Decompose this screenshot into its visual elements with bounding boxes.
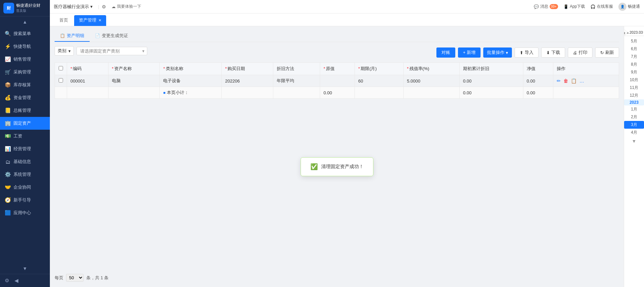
header-action: 操作 — [553, 63, 619, 75]
download-icon: 📱 — [563, 4, 569, 9]
sidebar-item-funds[interactable]: 💰 资金管理 — [0, 91, 50, 104]
month-3-active[interactable]: 3月 — [624, 121, 644, 129]
sidebar-item-guide[interactable]: 🧭 新手引导 — [0, 194, 50, 206]
export-button[interactable]: ⬆ 导入 — [515, 47, 539, 58]
collapse-icon[interactable]: ◀ — [14, 278, 19, 284]
new-button[interactable]: + 新增 — [458, 47, 481, 58]
header-net-value: 净值 — [523, 63, 553, 75]
category-filter[interactable]: 类别 ▾ — [55, 46, 74, 56]
subtab-asset-detail-label: 资产明细 — [67, 33, 84, 39]
settings-gear-icon[interactable]: ⚙ — [102, 4, 106, 9]
category-select-input[interactable] — [76, 47, 147, 55]
toolbar: 类别 ▾ ▾ 对账 + 新增 批量操作 — [55, 46, 619, 59]
sidebar-item-payroll[interactable]: 💵 工资 — [0, 130, 50, 142]
sidebar-item-label-enterprise: 企业协同 — [13, 184, 31, 190]
delete-icon[interactable]: 🗑 — [563, 78, 568, 84]
sidebar-item-operations[interactable]: 📊 经营管理 — [0, 142, 50, 155]
table-header-row: *编码 *资产名称 *类别名称 *购买日期 折旧方法 *原值 *期限(月) *残… — [55, 63, 619, 75]
batch-button[interactable]: 批量操作 ▾ — [483, 47, 512, 58]
payroll-icon: 💵 — [5, 133, 11, 139]
reconcile-button[interactable]: 对账 — [436, 47, 455, 58]
download-button[interactable]: ⬇ 下载 — [541, 47, 565, 58]
enterprise-icon: 🤝 — [5, 184, 11, 190]
app-name: 畅捷通好业财 — [16, 3, 40, 8]
tab-asset-management[interactable]: 资产管理 ✕ — [74, 15, 106, 26]
username: 畅捷通 — [628, 4, 640, 9]
more-icon[interactable]: … — [579, 78, 584, 84]
trial-banner[interactable]: ☁ 我要体验一下 — [112, 4, 141, 9]
message-button[interactable]: 💬 消息 99+ — [534, 4, 558, 9]
year-month-list: 5月 6月 7月 8月 9月 10月 11月 12月 2023 1月 2月 3月… — [624, 37, 644, 287]
sidebar-item-fixed-assets[interactable]: 🏢 固定资产 — [0, 117, 50, 130]
app-download-button[interactable]: 📱 App下载 — [563, 4, 585, 9]
sidebar-item-base-info[interactable]: 🗂 基础信息 — [0, 155, 50, 168]
month-8[interactable]: 8月 — [624, 61, 644, 68]
month-7[interactable]: 7月 — [624, 53, 644, 61]
per-page-select[interactable]: 50 10 20 100 — [66, 274, 84, 282]
copy-icon[interactable]: 📋 — [571, 78, 577, 84]
month-6[interactable]: 6月 — [624, 45, 644, 53]
trial-text: 我要体验一下 — [117, 4, 141, 9]
topbar: 医疗器械行业演示 ▾ | ⚙ ☁ 我要体验一下 💬 消息 99+ 📱 App下载… — [50, 0, 644, 13]
subtotal-row: ■ 本页小计： 0.00 0.00 0.00 — [55, 87, 619, 99]
month-10[interactable]: 10月 — [624, 76, 644, 84]
quick-nav-icon: ⚡ — [5, 43, 11, 50]
subtab-asset-detail[interactable]: 📋 资产明细 — [55, 30, 90, 42]
toast-message: 清理固定资产成功！ — [321, 164, 364, 170]
sidebar-item-label-guide: 新手引导 — [13, 197, 31, 203]
sidebar-item-inventory[interactable]: 📦 库存核算 — [0, 78, 50, 91]
sidebar-scroll-down[interactable]: ▼ — [21, 264, 29, 273]
online-service-label: 在线客服 — [597, 4, 613, 9]
sidebar-item-app-center[interactable]: 🟦 应用中心 — [0, 206, 50, 219]
table-row: 000001 电脑 电子设备 202206 年限平均 60 5.0000 0.0… — [55, 75, 619, 87]
subtab-voucher-generate[interactable]: 📄 变更生成凭证 — [90, 30, 133, 42]
month-1[interactable]: 1月 — [624, 105, 644, 113]
subtotal-empty — [67, 87, 109, 99]
sidebar-item-ledger[interactable]: 📒 总账管理 — [0, 104, 50, 117]
message-badge: 99+ — [550, 4, 558, 9]
sidebar-item-enterprise[interactable]: 🤝 企业协同 — [0, 181, 50, 194]
header-depreciation: 折旧方法 — [273, 63, 320, 75]
month-5[interactable]: 5月 — [624, 37, 644, 45]
month-11[interactable]: 11月 — [624, 84, 644, 92]
right-panel: ◀ ▲ 2023.03 ▼ 5月 6月 7月 8月 9月 10月 11月 12月… — [624, 26, 644, 287]
online-service-button[interactable]: 🎧 在线客服 — [590, 4, 613, 9]
sidebar-item-purchase[interactable]: 🛒 采购管理 — [0, 66, 50, 78]
funds-icon: 💰 — [5, 95, 11, 101]
refresh-button[interactable]: ↻ 刷新 — [595, 47, 619, 58]
sidebar-item-system[interactable]: ⚙️ 系统管理 — [0, 168, 50, 181]
edit-icon[interactable]: ✏ — [557, 78, 561, 84]
cell-category: 电子设备 — [160, 75, 222, 87]
settings-icon[interactable]: ⚙ — [5, 278, 9, 284]
sidebar-item-label-quick-nav: 快捷导航 — [13, 43, 31, 50]
sidebar-scroll-up[interactable]: ▲ — [21, 18, 29, 26]
subtotal-empty4 — [273, 87, 320, 99]
inventory-icon: 📦 — [5, 82, 11, 88]
filter-row: 类别 ▾ ▾ — [55, 46, 147, 56]
month-4[interactable]: 4月 — [624, 129, 644, 136]
sidebar-item-sales[interactable]: 📈 销售管理 — [0, 53, 50, 66]
scroll-down-month-icon[interactable]: ▼ — [632, 138, 637, 144]
select-all-checkbox[interactable] — [59, 66, 63, 70]
tab-asset-label: 资产管理 — [79, 17, 96, 23]
month-9[interactable]: 9月 — [624, 68, 644, 76]
sidebar-scroll-area: 🔍 搜索菜单 ⚡ 快捷导航 📈 销售管理 🛒 采购管理 📦 库存核算 💰 资金管… — [0, 27, 50, 263]
topbar-right: 💬 消息 99+ 📱 App下载 🎧 在线客服 👤 畅捷通 — [534, 3, 640, 11]
company-selector[interactable]: 医疗器械行业演示 ▾ — [54, 4, 93, 10]
purchase-icon: 🛒 — [5, 69, 11, 75]
user-profile[interactable]: 👤 畅捷通 — [618, 3, 640, 11]
reconcile-label: 对账 — [441, 50, 450, 56]
month-12[interactable]: 12月 — [624, 92, 644, 99]
tab-home[interactable]: 首页 — [55, 15, 73, 26]
refresh-label: 刷新 — [605, 50, 614, 56]
subtotal-empty5 — [355, 87, 403, 99]
tab-close-icon[interactable]: ✕ — [98, 18, 101, 23]
sidebar-item-search[interactable]: 🔍 搜索菜单 — [0, 27, 50, 40]
month-2[interactable]: 2月 — [624, 113, 644, 121]
print-button[interactable]: 🖨 打印 — [568, 47, 592, 58]
right-panel-header: ▲ 2023.03 ▼ — [624, 29, 644, 36]
row-checkbox[interactable] — [59, 78, 63, 83]
sidebar-item-quick-nav[interactable]: ⚡ 快捷导航 — [0, 40, 50, 53]
subtotal-empty2 — [108, 87, 160, 99]
cell-period: 60 — [355, 75, 403, 87]
